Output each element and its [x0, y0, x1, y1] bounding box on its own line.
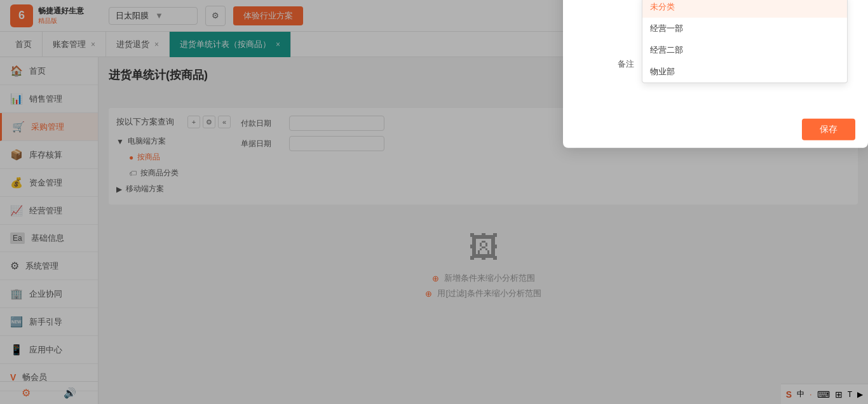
dropdown-item-ops2[interactable]: 经营二部: [642, 39, 847, 61]
dialog-footer: 保存: [563, 111, 868, 148]
new-warehouse-dialog: 新增仓库 × * 仓库编码 * 仓库名称 请输入仓库名称: [563, 0, 868, 148]
category-dropdown-list: 未分类 经营一部 经营二部 物业部: [642, 0, 848, 83]
dialog-body: * 仓库编码 * 仓库名称 请输入仓库名称 *: [563, 0, 868, 111]
dropdown-item-ops1[interactable]: 经营一部: [642, 18, 847, 39]
save-button[interactable]: 保存: [802, 119, 855, 140]
dropdown-item-unclassified[interactable]: 未分类: [642, 0, 847, 18]
dropdown-item-property[interactable]: 物业部: [642, 61, 847, 83]
note-label: 备注: [583, 58, 634, 70]
